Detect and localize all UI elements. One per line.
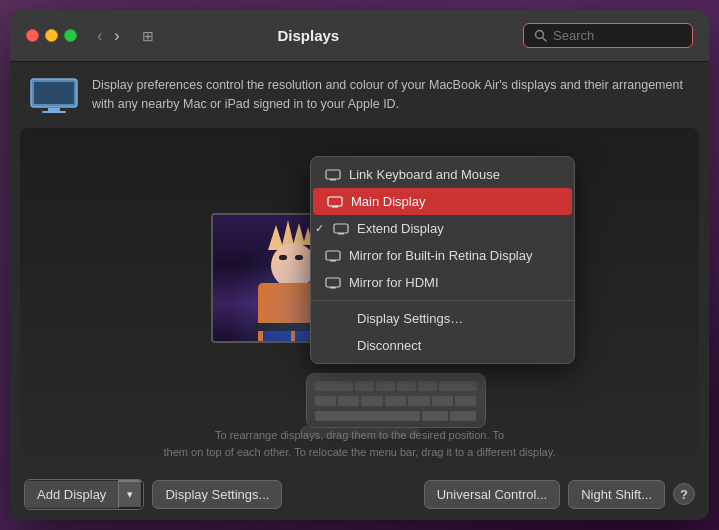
key <box>361 396 382 406</box>
key <box>376 381 395 391</box>
svg-rect-7 <box>330 179 336 181</box>
key <box>455 396 476 406</box>
monitor-icon <box>333 223 349 235</box>
main-window: ‹ › ⊞ Displays Display preferences contr… <box>10 10 709 520</box>
keyboard-keys <box>315 379 477 422</box>
key-space <box>315 411 420 421</box>
keyboard-row-2 <box>315 394 477 407</box>
monitor-icon <box>325 277 341 289</box>
menu-item-display-settings[interactable]: Display Settings… <box>311 305 574 332</box>
close-button[interactable] <box>26 29 39 42</box>
display-settings-button[interactable]: Display Settings... <box>152 480 282 509</box>
svg-rect-10 <box>334 224 348 233</box>
instruction-line-2: them on top of each other. To relocate t… <box>20 444 699 461</box>
svg-rect-6 <box>326 170 340 179</box>
info-text: Display preferences control the resoluti… <box>92 76 689 114</box>
svg-rect-15 <box>330 287 336 289</box>
key <box>422 411 448 421</box>
universal-control-button[interactable]: Universal Control... <box>424 480 561 509</box>
svg-rect-4 <box>48 108 60 111</box>
menu-item-label: Mirror for HDMI <box>349 275 439 290</box>
key <box>315 396 336 406</box>
check-mark: ✓ <box>315 222 324 235</box>
minimize-button[interactable] <box>45 29 58 42</box>
key <box>418 381 437 391</box>
svg-rect-3 <box>34 82 74 104</box>
svg-point-0 <box>536 31 544 39</box>
menu-item-label: Disconnect <box>357 338 421 353</box>
search-input[interactable] <box>553 28 682 43</box>
key <box>355 381 374 391</box>
context-menu: Link Keyboard and Mouse Main Display ✓ <box>310 156 575 364</box>
monitor-active-icon <box>327 196 343 208</box>
svg-rect-8 <box>328 197 342 206</box>
info-banner: Display preferences control the resoluti… <box>10 62 709 128</box>
menu-item-mirror-retina[interactable]: Mirror for Built-in Retina Display <box>311 242 574 269</box>
instruction-line-1: To rearrange displays, drag them to the … <box>20 427 699 444</box>
menu-item-label: Main Display <box>351 194 425 209</box>
keyboard-row-3 <box>315 409 477 422</box>
help-button[interactable]: ? <box>673 483 695 505</box>
svg-rect-13 <box>330 260 336 262</box>
menu-separator <box>311 300 574 301</box>
key <box>397 381 416 391</box>
traffic-lights <box>26 29 77 42</box>
key <box>338 396 359 406</box>
add-display-dropdown[interactable]: ▾ <box>118 480 143 509</box>
monitor-icon <box>325 169 341 181</box>
key <box>439 381 477 391</box>
key <box>315 381 353 391</box>
search-box[interactable] <box>523 23 693 48</box>
menu-item-label: Display Settings… <box>357 311 463 326</box>
key <box>450 411 476 421</box>
svg-rect-12 <box>326 251 340 260</box>
window-title: Displays <box>106 27 511 44</box>
menu-item-main-display[interactable]: Main Display <box>313 188 572 215</box>
key <box>385 396 406 406</box>
monitor-icon <box>325 250 341 262</box>
add-display-button-group[interactable]: Add Display ▾ <box>24 479 144 510</box>
svg-rect-9 <box>332 206 338 208</box>
maximize-button[interactable] <box>64 29 77 42</box>
svg-line-1 <box>543 38 546 41</box>
menu-item-mirror-hdmi[interactable]: Mirror for HDMI <box>311 269 574 296</box>
instruction-text: To rearrange displays, drag them to the … <box>20 427 699 460</box>
key <box>408 396 429 406</box>
back-arrow[interactable]: ‹ <box>93 25 106 47</box>
main-content: To rearrange displays, drag them to the … <box>20 128 699 468</box>
menu-item-label: Mirror for Built-in Retina Display <box>349 248 533 263</box>
menu-item-disconnect[interactable]: Disconnect <box>311 332 574 359</box>
titlebar: ‹ › ⊞ Displays <box>10 10 709 62</box>
menu-item-label: Link Keyboard and Mouse <box>349 167 500 182</box>
menu-item-extend-display[interactable]: ✓ Extend Display <box>311 215 574 242</box>
svg-rect-14 <box>326 278 340 287</box>
svg-rect-5 <box>42 111 66 113</box>
search-icon <box>534 29 547 42</box>
keyboard-row-1 <box>315 379 477 392</box>
arrangement-area: To rearrange displays, drag them to the … <box>20 128 699 468</box>
footer: Add Display ▾ Display Settings... Univer… <box>10 468 709 520</box>
menu-item-link-keyboard[interactable]: Link Keyboard and Mouse <box>311 161 574 188</box>
display-icon <box>30 78 78 114</box>
svg-rect-11 <box>338 233 344 235</box>
night-shift-button[interactable]: Night Shift... <box>568 480 665 509</box>
key <box>432 396 453 406</box>
add-display-button[interactable]: Add Display <box>25 481 118 508</box>
menu-item-label: Extend Display <box>357 221 444 236</box>
keyboard <box>306 373 486 428</box>
